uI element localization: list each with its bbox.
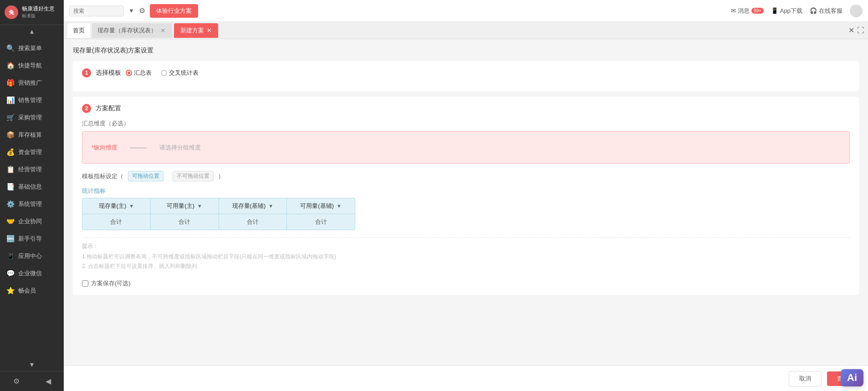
sidebar-footer: ⚙ ◀: [0, 371, 64, 391]
section2-title: 方案配置: [96, 104, 121, 113]
radio-cross-table[interactable]: 交叉统计表: [161, 69, 199, 77]
message-icon: ✉: [731, 7, 736, 14]
save-label: 方案保存(可选): [91, 279, 131, 288]
section1-num: 1: [82, 68, 91, 77]
settings-footer-btn[interactable]: ⚙: [10, 375, 23, 387]
settings-btn[interactable]: ⚙: [139, 6, 145, 15]
sidebar-item-search-menu[interactable]: 🔍 搜索菜单: [0, 40, 64, 57]
stats-col-body-3: 合计: [287, 214, 355, 230]
search-dropdown-btn[interactable]: ▼: [128, 7, 134, 14]
hint-item-0: 1.拖动标题栏可以调整布局，不可跨维度或指标区域拖动栏目字段(只能在同一维度或指…: [82, 253, 850, 261]
tab-home[interactable]: 首页: [67, 23, 90, 38]
sidebar-item-marketing[interactable]: 🎁 营销推广: [0, 74, 64, 92]
close-inventory-tab-btn[interactable]: ✕: [159, 27, 167, 34]
stats-col-header-0[interactable]: 现存量(主) ▼: [82, 198, 150, 214]
scroll-down-btn[interactable]: ▼: [29, 359, 35, 370]
logo-text: 畅康通好生意 标准版: [22, 5, 55, 19]
col3-dropdown-icon[interactable]: ▼: [337, 203, 342, 209]
headset-icon: 🎧: [810, 7, 817, 14]
enterprise-icon: 🤝: [6, 217, 15, 226]
dimension-placeholder: 请选择分组维度: [159, 144, 201, 152]
sidebar-item-member[interactable]: ⭐ 畅会员: [0, 282, 64, 299]
sidebar-item-app-center[interactable]: 📱 应用中心: [0, 247, 64, 265]
radio-dot-summary: [126, 70, 132, 76]
sidebar-item-system[interactable]: ⚙️ 系统管理: [0, 196, 64, 213]
sidebar-item-wechat[interactable]: 💬 企业微信: [0, 265, 64, 282]
sidebar-item-label: 资金管理: [18, 148, 42, 156]
messages-btn[interactable]: ✉ 消息 99+: [731, 7, 764, 15]
topbar-right: ✉ 消息 99+ 📱 App下载 🎧 在线客服: [731, 5, 863, 17]
marketing-icon: 🎁: [6, 79, 15, 87]
radio-summary-table[interactable]: 汇总表: [126, 69, 152, 77]
tabs-bar: 首页 现存量（库存状况表） ✕ 新建方案 ✕ ✕ ⛶: [64, 22, 868, 39]
sidebar-item-enterprise[interactable]: 🤝 企业协同: [0, 213, 64, 230]
app-center-icon: 📱: [6, 252, 15, 260]
col1-dropdown-icon[interactable]: ▼: [197, 203, 202, 209]
stats-col-header-3[interactable]: 可用量(基辅) ▼: [287, 198, 355, 214]
basic-info-icon: 📑: [6, 183, 15, 191]
sidebar-nav: 🔍 搜索菜单 🏠 快捷导航 🎁 营销推广 📊 销售管理 🛒 采购管理 📦 库存核…: [0, 38, 64, 358]
save-row: 方案保存(可选): [82, 279, 850, 288]
dimension-required-label: *纵向维度: [92, 144, 117, 152]
stats-col-body-0: 合计: [82, 214, 150, 230]
draggable-badge: 可拖动位置: [128, 171, 163, 181]
sidebar-item-newbie[interactable]: 🆕 新手引导: [0, 230, 64, 247]
tab-new-plan[interactable]: 新建方案 ✕: [174, 23, 218, 38]
wechat-icon: 💬: [6, 269, 15, 278]
sidebar-item-operations[interactable]: 📋 经营管理: [0, 161, 64, 178]
ai-float-btn[interactable]: Ai: [841, 369, 863, 386]
stats-col-header-1[interactable]: 可用量(主) ▼: [151, 198, 219, 214]
sidebar-item-label: 新手引导: [18, 235, 42, 243]
quick-nav-icon: 🏠: [6, 62, 15, 70]
cancel-button[interactable]: 取消: [789, 371, 822, 386]
col0-dropdown-icon[interactable]: ▼: [129, 203, 134, 209]
app-download-btn[interactable]: 📱 App下载: [771, 7, 802, 15]
sidebar-item-label: 快捷导航: [18, 62, 42, 70]
sidebar-item-label: 经营管理: [18, 165, 42, 174]
search-input[interactable]: [69, 5, 124, 16]
sales-icon: 📊: [6, 96, 15, 104]
topbar: ▼ ⚙ 体验行业方案 ✉ 消息 99+ 📱 App下载 🎧 在线客服: [64, 0, 868, 22]
app-logo: 兔 畅康通好生意 标准版: [0, 0, 64, 25]
indicator-settings-row: 模板指标设定（ 可拖动位置 不可拖动位置 ）: [82, 171, 850, 181]
footer-bar: 取消 查询: [64, 365, 868, 391]
sidebar-item-label: 畅会员: [18, 287, 36, 295]
col2-dropdown-icon[interactable]: ▼: [268, 203, 273, 209]
section2-num: 2: [82, 104, 91, 113]
minimize-btn[interactable]: ✕: [848, 26, 854, 35]
template-radio-group: 汇总表 交叉统计表: [126, 69, 199, 77]
sidebar-item-label: 库存核算: [18, 131, 42, 139]
sidebar-item-label: 搜索菜单: [18, 44, 42, 52]
sidebar-item-quick-nav[interactable]: 🏠 快捷导航: [0, 57, 64, 74]
sidebar-item-sales[interactable]: 📊 销售管理: [0, 92, 64, 109]
stats-table: 现存量(主) ▼ 合计 可用量(主) ▼ 合计: [82, 198, 355, 230]
stats-table-header: 现存量(主) ▼ 合计 可用量(主) ▼ 合计: [82, 198, 355, 230]
sidebar-item-purchase[interactable]: 🛒 采购管理: [0, 109, 64, 126]
section2-header: 2 方案配置: [82, 104, 850, 113]
sidebar-item-label: 销售管理: [18, 96, 42, 104]
trial-btn[interactable]: 体验行业方案: [150, 4, 198, 18]
online-service-btn[interactable]: 🎧 在线客服: [810, 7, 842, 15]
close-new-plan-tab-icon[interactable]: ✕: [207, 27, 212, 34]
save-checkbox[interactable]: [82, 280, 88, 287]
phone-icon: 📱: [771, 7, 778, 14]
stats-col-0: 现存量(主) ▼ 合计: [82, 198, 151, 230]
purchase-icon: 🛒: [6, 113, 15, 122]
sidebar-item-basic-info[interactable]: 📑 基础信息: [0, 178, 64, 196]
stats-col-body-1: 合计: [151, 214, 219, 230]
sidebar-item-inventory[interactable]: 📦 库存核算: [0, 126, 64, 144]
member-icon: ⭐: [6, 287, 15, 295]
stats-col-header-2[interactable]: 现存量(基辅) ▼: [219, 198, 287, 214]
tab-inventory-status[interactable]: 现存量（库存状况表） ✕: [92, 23, 172, 38]
expand-btn[interactable]: ⛶: [857, 26, 864, 35]
section2-card: 2 方案配置 汇总维度（必选） *纵向维度 —— 请选择分组维度 模板指标设定（…: [73, 97, 859, 295]
finance-icon: 💰: [6, 148, 15, 156]
collapse-sidebar-btn[interactable]: ◀: [42, 375, 55, 387]
stats-col-1: 可用量(主) ▼ 合计: [151, 198, 219, 230]
sidebar: 兔 畅康通好生意 标准版 ▲ 🔍 搜索菜单 🏠 快捷导航 🎁 营销推广 📊 销售…: [0, 0, 64, 391]
content-area: 现存量(库存状况表)方案设置 1 选择模板 汇总表 交叉统计表: [64, 39, 868, 365]
scroll-up-btn[interactable]: ▲: [29, 26, 35, 37]
messages-badge: 99+: [751, 8, 764, 14]
dimension-box[interactable]: *纵向维度 —— 请选择分组维度: [82, 131, 850, 164]
sidebar-item-finance[interactable]: 💰 资金管理: [0, 144, 64, 161]
